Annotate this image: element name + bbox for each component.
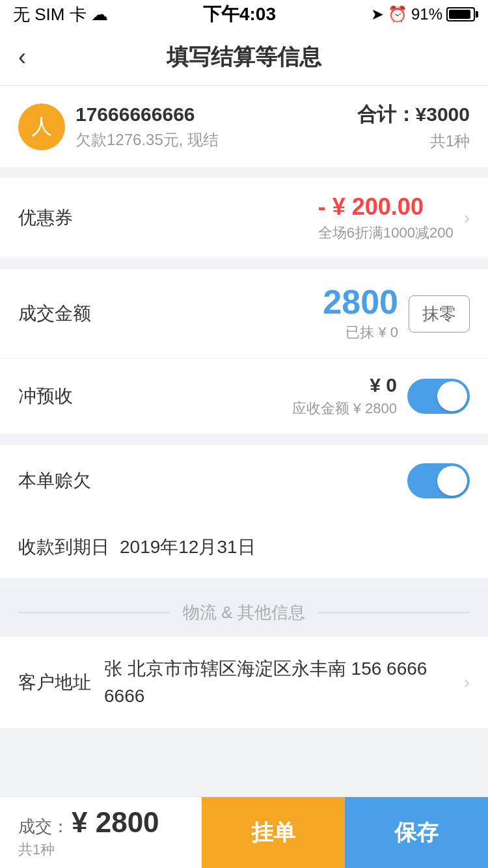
section-divider-2 bbox=[0, 435, 488, 445]
main-content: 人 17666666666 欠款1276.35元, 现结 合计：¥3000 共1… bbox=[0, 86, 488, 868]
due-date-row: 收款到期日 2019年12月31日 bbox=[0, 517, 488, 578]
bottom-deal-count: 共1种 bbox=[18, 840, 183, 860]
status-right: ➤ ⏰ 91% bbox=[371, 5, 475, 23]
section-divider-3 bbox=[0, 578, 488, 588]
prepay-receivable: 应收金额 ¥ 2800 bbox=[292, 399, 397, 418]
customer-debt: 欠款1276.35元, 现结 bbox=[75, 129, 219, 150]
customer-right: 合计：¥3000 共1种 bbox=[357, 102, 470, 152]
chevron-right-icon: › bbox=[464, 208, 470, 228]
address-chevron-icon: › bbox=[464, 672, 470, 693]
address-content: 张 北京市市辖区海淀区永丰南 156 6666 6666 bbox=[104, 655, 456, 710]
logistics-line-left bbox=[18, 612, 170, 613]
battery-percent: 91% bbox=[411, 5, 442, 23]
prepay-amount: ¥ 0 bbox=[292, 374, 397, 396]
prepay-label: 冲预收 bbox=[18, 384, 73, 409]
address-label: 客户地址 bbox=[18, 670, 91, 695]
status-bar: 无 SIM 卡 ☁ 下午4:03 ➤ ⏰ 91% bbox=[0, 0, 488, 29]
prepay-toggle[interactable] bbox=[407, 379, 470, 414]
deal-amount-block: 2800 已抹 ¥ 0 bbox=[323, 285, 398, 342]
location-icon: ➤ bbox=[371, 5, 384, 23]
logistics-line-right bbox=[318, 612, 470, 613]
debt-toggle[interactable] bbox=[407, 463, 470, 498]
avatar: 人 bbox=[18, 103, 65, 150]
battery-icon bbox=[446, 7, 475, 21]
address-row[interactable]: 客户地址 张 北京市市辖区海淀区永丰南 156 6666 6666 › bbox=[0, 637, 488, 728]
total-count: 共1种 bbox=[357, 131, 470, 152]
coupon-value-block: - ¥ 200.00 全场6折满1000减200 bbox=[318, 193, 454, 243]
debt-label: 本单赊欠 bbox=[18, 468, 91, 493]
bottom-deal-info: 成交： ¥ 2800 共1种 bbox=[0, 806, 202, 860]
deal-amount-label: 成交金额 bbox=[18, 301, 91, 326]
bottom-deal-title: 成交： bbox=[18, 815, 69, 838]
customer-card: 人 17666666666 欠款1276.35元, 现结 合计：¥3000 共1… bbox=[0, 86, 488, 167]
coupon-right: - ¥ 200.00 全场6折满1000减200 › bbox=[318, 193, 470, 243]
bottom-bar: 成交： ¥ 2800 共1种 挂单 保存 bbox=[0, 796, 488, 868]
customer-phone: 17666666666 bbox=[75, 103, 219, 126]
coupon-desc: 全场6折满1000减200 bbox=[318, 223, 454, 243]
total-amount: 合计：¥3000 bbox=[357, 102, 470, 128]
prepay-info: ¥ 0 应收金额 ¥ 2800 bbox=[292, 374, 397, 418]
sim-status: 无 SIM 卡 ☁ bbox=[13, 3, 108, 26]
bottom-deal-title-row: 成交： ¥ 2800 bbox=[18, 806, 183, 839]
back-button[interactable]: ‹ bbox=[18, 44, 26, 71]
due-date-value: 2019年12月31日 bbox=[120, 535, 256, 560]
round-button[interactable]: 抹零 bbox=[409, 295, 470, 332]
debt-row: 本单赊欠 bbox=[0, 445, 488, 517]
customer-info: 17666666666 欠款1276.35元, 现结 bbox=[75, 103, 219, 150]
logistics-label: 物流 & 其他信息 bbox=[183, 601, 305, 624]
deal-amount-right: 2800 已抹 ¥ 0 抹零 bbox=[323, 285, 470, 342]
logistics-divider: 物流 & 其他信息 bbox=[0, 588, 488, 637]
prepay-right: ¥ 0 应收金额 ¥ 2800 bbox=[292, 374, 470, 418]
deal-amount-value: 2800 bbox=[323, 285, 398, 319]
page-title: 填写结算等信息 bbox=[167, 42, 321, 72]
section-divider-1 bbox=[0, 259, 488, 269]
hang-single-button[interactable]: 挂单 bbox=[202, 797, 345, 869]
status-time: 下午4:03 bbox=[203, 2, 276, 27]
coupon-row[interactable]: 优惠券 - ¥ 200.00 全场6折满1000减200 › bbox=[0, 178, 488, 259]
status-left: 无 SIM 卡 ☁ bbox=[13, 3, 108, 26]
save-button[interactable]: 保存 bbox=[345, 797, 488, 869]
due-date-label: 收款到期日 bbox=[18, 535, 109, 560]
deal-wiped: 已抹 ¥ 0 bbox=[323, 323, 398, 342]
deal-amount-row: 成交金额 2800 已抹 ¥ 0 抹零 bbox=[0, 269, 488, 359]
bottom-deal-amount: ¥ 2800 bbox=[72, 806, 159, 839]
alarm-icon: ⏰ bbox=[388, 5, 407, 23]
coupon-label: 优惠券 bbox=[18, 206, 73, 230]
coupon-discount: - ¥ 200.00 bbox=[318, 193, 454, 221]
nav-bar: ‹ 填写结算等信息 bbox=[0, 29, 488, 86]
prepay-row: 冲预收 ¥ 0 应收金额 ¥ 2800 bbox=[0, 359, 488, 435]
customer-left: 人 17666666666 欠款1276.35元, 现结 bbox=[18, 103, 219, 150]
